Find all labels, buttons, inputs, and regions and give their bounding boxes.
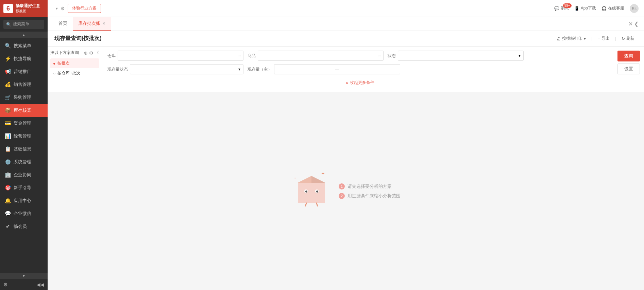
page-content: 现存量查询(按批次) 🖨 按模板打印 ▾ | ↑ 导出 | ↻ 刷新: [48, 31, 644, 290]
svg-text:•: •: [294, 176, 296, 180]
quick-nav-nav-label: 快捷导航: [14, 56, 31, 62]
search-nav-icon: 🔍: [5, 43, 11, 49]
sidebar-item-appstore[interactable]: 🔔 应用中心: [0, 194, 48, 207]
collapse-label: 收起更多条件: [350, 80, 374, 86]
warehouse-more-icon[interactable]: ···: [236, 53, 243, 58]
messages-badge: 99+: [563, 3, 572, 8]
panel-expand-button[interactable]: ❮: [634, 21, 639, 27]
export-label: 导出: [601, 36, 610, 41]
sidebar-item-wechat[interactable]: 💬 企业微信: [0, 207, 48, 220]
page-title: 现存量查询(按批次): [54, 35, 102, 42]
collapse-row[interactable]: ∧ 收起更多条件: [107, 78, 612, 88]
topbar-right: 💬 消息 99+ 📱 App下载 🎧 在线客服 Rit: [554, 4, 639, 13]
sidebar-scroll-up[interactable]: ▲: [0, 32, 48, 38]
company-name: 畅康通好生意: [16, 3, 40, 9]
sidebar-settings-button[interactable]: ⚙: [3, 282, 8, 287]
purchase-nav-icon: 🛒: [5, 94, 11, 101]
sidebar-item-marketing[interactable]: 📢 营销推广: [0, 65, 48, 78]
sidebar-item-search[interactable]: 🔍 搜索菜单: [0, 39, 48, 52]
sidebar-item-basic[interactable]: 📋 基础信息: [0, 143, 48, 156]
topbar: ▾ ⚙ 体验行业方案 💬 消息 99+ 📱 App下载 🎧 在线客服 Rit: [48, 0, 644, 17]
stock-status-select[interactable]: ▾: [130, 64, 243, 74]
stock-amount-to[interactable]: [341, 67, 397, 72]
sidebar-item-finance[interactable]: 💳 资金管理: [0, 117, 48, 130]
empty-illustration: ✦ •: [291, 169, 332, 213]
settings-button[interactable]: 设置: [617, 64, 640, 74]
export-button[interactable]: ↑ 导出: [595, 34, 612, 43]
stock-amount-from[interactable]: [277, 67, 334, 72]
scheme-settings-button[interactable]: ⚙: [89, 50, 94, 56]
product-label: 商品: [248, 53, 256, 59]
status-dropdown-icon: ▾: [519, 53, 521, 58]
product-input[interactable]: [258, 53, 376, 58]
scheme-item-by-warehouse-batch[interactable]: ○ 按仓库+批次: [50, 68, 99, 78]
appstore-nav-icon: 🔔: [5, 198, 11, 204]
app-download-button[interactable]: 📱 App下载: [574, 5, 596, 11]
online-service-button[interactable]: 🎧 在线客服: [601, 5, 624, 11]
sidebar-item-inventory[interactable]: 📦 库存核算: [0, 104, 48, 117]
sidebar-nav: 🔍 搜索菜单 ⚡ 快捷导航 📢 营销推广 💰 销售管理 🛒 采购管理 📦 库存核…: [0, 38, 48, 273]
avatar: Rit: [630, 4, 639, 13]
print-button[interactable]: 🖨 按模板打印 ▾: [554, 34, 589, 43]
refresh-icon: ↻: [622, 36, 625, 41]
tab-home[interactable]: 首页: [53, 17, 73, 31]
sidebar-item-system[interactable]: ⚙️ 系统管理: [0, 156, 48, 168]
system-nav-icon: ⚙️: [5, 159, 11, 165]
query-button[interactable]: 查询: [617, 51, 640, 61]
app-edition: 标准版: [16, 9, 40, 14]
scheme-by-batch-label: 按批次: [57, 60, 70, 66]
filter-inputs: 仓库 ··· 商品 ···: [102, 47, 617, 92]
stock-status-label: 现存量状态: [107, 67, 128, 72]
online-service-label: 在线客服: [608, 5, 624, 11]
export-icon: ↑: [598, 36, 600, 41]
wechat-nav-label: 企业微信: [14, 211, 31, 217]
filter-row-2: 现存量状态 ▾ 现存量（主）: [107, 64, 612, 74]
messages-button[interactable]: 💬 消息 99+: [554, 5, 569, 11]
scheme-actions: ⊕ ⚙ 《: [84, 50, 99, 56]
sidebar-collapse-button[interactable]: ◀◀: [37, 282, 44, 287]
status-select[interactable]: ▾: [398, 51, 524, 61]
print-icon: 🖨: [557, 36, 561, 41]
sidebar-item-member[interactable]: ✔ 畅会员: [0, 220, 48, 233]
page-title-bar: 现存量查询(按批次) 🖨 按模板打印 ▾ | ↑ 导出 | ↻ 刷新: [48, 31, 644, 47]
sidebar-scroll-down[interactable]: ▼: [0, 273, 48, 279]
stock-amount-range: —: [274, 64, 400, 74]
tab-close-button[interactable]: ✕: [102, 21, 105, 26]
warehouse-input[interactable]: [118, 53, 236, 58]
filter-group-status: 状态 ▾: [388, 51, 524, 61]
sidebar-item-enterprise[interactable]: 🏢 企业协同: [0, 168, 48, 181]
tab-home-label: 首页: [58, 20, 67, 26]
search-icon: 🔍: [6, 22, 11, 27]
refresh-label: 刷新: [626, 36, 634, 41]
enterprise-nav-icon: 🏢: [5, 172, 11, 178]
topbar-gear-button[interactable]: ⚙: [61, 6, 65, 11]
purchase-nav-label: 采购管理: [14, 94, 31, 101]
panel-close-button[interactable]: ✕: [628, 21, 633, 27]
inventory-nav-label: 库存核算: [14, 107, 31, 113]
operation-nav-icon: 📊: [5, 133, 11, 139]
tab-batch-account[interactable]: 库存批次账 ✕: [73, 17, 111, 31]
topbar-dropdown-button[interactable]: ▾: [56, 6, 58, 11]
marketing-nav-label: 营销推广: [14, 69, 31, 75]
scheme-item-by-batch[interactable]: ● 按批次: [50, 58, 99, 68]
sidebar-item-operation[interactable]: 📊 经营管理: [0, 130, 48, 143]
filter-buttons: 查询 设置: [617, 47, 644, 92]
scheme-add-button[interactable]: ⊕: [84, 50, 88, 56]
refresh-button[interactable]: ↻ 刷新: [619, 34, 637, 43]
user-profile[interactable]: Rit: [630, 4, 639, 13]
svg-marker-2: [311, 176, 325, 183]
user-name: Rit: [632, 6, 636, 11]
empty-tip-2: 2 用过滤条件来缩小分析范围: [339, 193, 401, 199]
topbar-left: ▾ ⚙ 体验行业方案: [53, 4, 552, 13]
sidebar-item-purchase[interactable]: 🛒 采购管理: [0, 91, 48, 104]
stock-status-dropdown-icon: ▾: [238, 67, 240, 72]
wechat-nav-icon: 💬: [5, 211, 11, 217]
trial-button[interactable]: 体验行业方案: [68, 4, 101, 13]
scheme-collapse-button[interactable]: 《: [95, 50, 99, 56]
sidebar-item-quick-nav[interactable]: ⚡ 快捷导航: [0, 52, 48, 65]
sidebar-item-newcomer[interactable]: 🎯 新手引导: [0, 181, 48, 194]
search-menu-button[interactable]: 🔍 搜索菜单: [3, 20, 44, 29]
sidebar-item-sales[interactable]: 💰 销售管理: [0, 78, 48, 91]
product-more-icon[interactable]: ···: [376, 53, 383, 58]
tabs-bar: 首页 库存批次账 ✕ ✕ ❮: [48, 17, 644, 31]
